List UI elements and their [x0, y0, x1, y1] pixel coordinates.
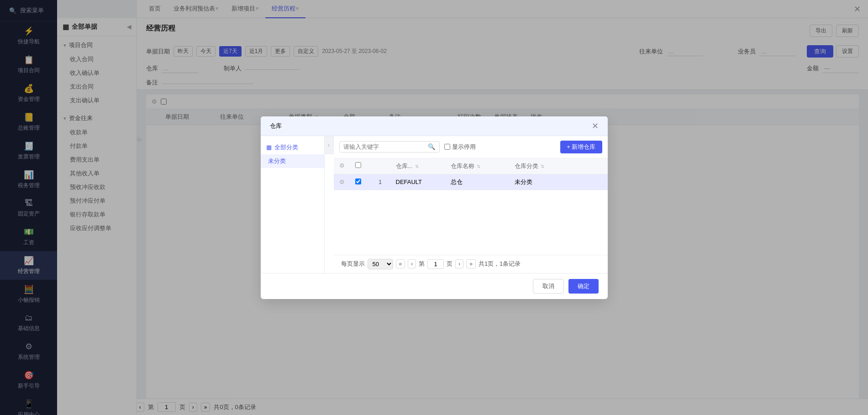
modal-next-page-btn[interactable]: ›: [455, 259, 463, 268]
modal-warehouse: 仓库 ✕ ▦ 全部分类 未分类 ‹: [261, 116, 608, 299]
modal-body: ▦ 全部分类 未分类 ‹ 🔍: [261, 136, 608, 273]
modal-col-category: 仓库分类 ⇅: [513, 162, 608, 170]
modal-page-size-label: 每页显示: [341, 260, 365, 268]
category-unclassified-label: 未分类: [268, 158, 286, 164]
warehouse-search-input[interactable]: [340, 142, 424, 152]
modal-title: 仓库: [270, 122, 282, 130]
modal-col-check: [350, 162, 367, 170]
chevron-left-icon: ‹: [328, 142, 330, 148]
cancel-button[interactable]: 取消: [533, 279, 564, 294]
category-collapse-button[interactable]: ‹: [325, 136, 334, 154]
row-gear: ⚙: [334, 179, 350, 185]
category-unclassified[interactable]: 未分类: [261, 154, 324, 168]
modal-header: 仓库 ✕: [261, 116, 608, 136]
category-all-label: 全部分类: [274, 143, 298, 152]
modal-page-label: 页: [447, 260, 452, 268]
modal-pagination: 每页显示 50 100 « ‹ 第 页 › » 共1页，1条记录: [334, 255, 608, 273]
search-input-wrap: 🔍: [339, 141, 440, 152]
modal-prev-page-btn[interactable]: ‹: [408, 259, 416, 268]
row-checkbox[interactable]: [355, 179, 361, 184]
category-all[interactable]: ▦ 全部分类: [261, 141, 324, 154]
modal-page-input[interactable]: [427, 259, 444, 269]
modal-table: ⚙ 仓库... ⇅ 仓库名称 ⇅: [334, 158, 608, 255]
modal-first-page-btn[interactable]: «: [396, 259, 405, 268]
modal-page-word: 第: [419, 260, 425, 268]
confirm-button[interactable]: 确定: [568, 279, 599, 294]
category-sort-icon: ⇅: [541, 164, 544, 169]
modal-table-header: ⚙ 仓库... ⇅ 仓库名称 ⇅: [334, 158, 608, 174]
search-button[interactable]: 🔍: [424, 142, 439, 152]
modal-overlay: 仓库 ✕ ▦ 全部分类 未分类 ‹: [0, 0, 868, 415]
grid-icon: ▦: [266, 144, 272, 151]
modal-select-all[interactable]: [355, 162, 361, 168]
show-disabled-wrap: 显示停用: [444, 143, 476, 151]
modal-total-info: 共1页，1条记录: [479, 260, 521, 268]
modal-page-size-select[interactable]: 50 100: [368, 259, 393, 269]
modal-footer: 取消 确定: [261, 273, 608, 299]
table-row[interactable]: ⚙ 1 DEFAULT 总仓 未分类: [334, 174, 608, 190]
modal-col-name: 仓库名称 ⇅: [449, 162, 513, 170]
row-id: 1: [367, 179, 394, 185]
modal-table-panel: 🔍 显示停用 + 新增仓库 ⚙: [334, 136, 608, 273]
code-sort-icon: ⇅: [415, 164, 419, 169]
row-code: DEFAULT: [394, 179, 449, 185]
row-check[interactable]: [350, 179, 367, 186]
add-warehouse-button[interactable]: + 新增仓库: [560, 141, 602, 153]
show-disabled-checkbox[interactable]: [444, 144, 450, 150]
name-sort-icon: ⇅: [477, 164, 480, 169]
row-category: 未分类: [513, 178, 608, 186]
modal-col-gear: ⚙: [334, 162, 350, 170]
modal-close-button[interactable]: ✕: [592, 122, 599, 130]
modal-col-id: [367, 162, 394, 170]
show-disabled-label: 显示停用: [452, 143, 476, 151]
modal-last-page-btn[interactable]: »: [466, 259, 476, 268]
modal-col-code: 仓库... ⇅: [394, 162, 449, 170]
modal-search-bar: 🔍 显示停用 + 新增仓库: [334, 136, 608, 158]
category-panel: ▦ 全部分类 未分类: [261, 136, 325, 273]
row-name: 总仓: [449, 178, 513, 186]
